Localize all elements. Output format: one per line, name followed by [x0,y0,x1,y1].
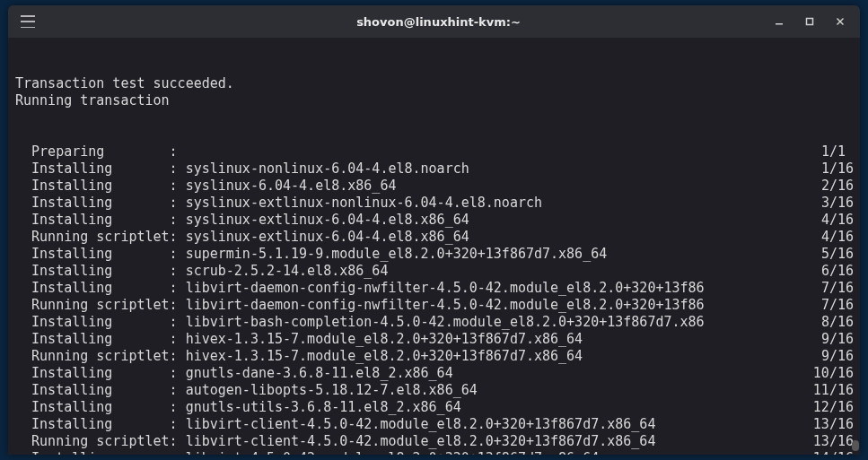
close-icon [836,17,845,26]
terminal-line: Installing : libvirt-client-4.5.0-42.mod… [15,416,854,433]
line-action-package: Running scriptlet: libvirt-daemon-config… [15,297,705,314]
line-progress-counter: 11/16 [813,382,854,399]
line-progress-counter: 1/16 [821,161,854,178]
titlebar-left [13,15,112,28]
line-progress-counter: 14/16 [813,450,854,455]
terminal-line: Running transaction [15,92,853,109]
maximize-button[interactable] [795,9,824,34]
window-title: shovon@linuxhint-kvm:~ [112,15,765,29]
line-action-package: Installing : syslinux-nonlinux-6.04-4.el… [15,161,469,178]
line-action-package: Installing : hivex-1.3.15-7.module_el8.2… [15,331,583,348]
terminal-line: Installing : libvirt-bash-completion-4.5… [15,314,854,331]
terminal-line: Preparing :1/1 [15,143,854,161]
line-action-package: Installing : gnutls-utils-3.6.8-11.el8_2… [15,399,461,416]
line-action-package: Running scriptlet: hivex-1.3.15-7.module… [15,348,583,365]
window-controls [765,9,855,34]
terminal-line: Running scriptlet: hivex-1.3.15-7.module… [15,348,854,365]
titlebar: shovon@linuxhint-kvm:~ [8,5,860,38]
line-progress-counter: 7/16 [821,297,854,314]
line-action-package: Installing : autogen-libopts-5.18.12-7.e… [15,382,478,399]
line-progress-counter: 4/16 [821,229,854,246]
terminal-line: Installing : libvirt-daemon-config-nwfil… [15,280,854,297]
terminal-line: Installing : scrub-2.5.2-14.el8.x86_646/… [15,263,854,280]
line-action-package: Installing : scrub-2.5.2-14.el8.x86_64 [15,263,388,280]
terminal-line: Installing : syslinux-nonlinux-6.04-4.el… [15,161,854,178]
line-action-package: Running scriptlet: syslinux-extlinux-6.0… [15,229,469,246]
hamburger-menu-icon[interactable] [21,15,39,28]
line-action-package: Running scriptlet: libvirt-client-4.5.0-… [15,433,655,450]
minimize-icon [775,17,784,26]
svg-rect-0 [776,23,783,25]
terminal-line: Transaction test succeeded. [15,75,853,92]
line-action-package: Installing : libvirt-bash-completion-4.5… [15,314,705,331]
terminal-window: shovon@linuxhint-kvm:~ Transaction test [8,5,860,455]
terminal-output[interactable]: Transaction test succeeded.Running trans… [8,38,860,455]
terminal-line: Installing : syslinux-6.04-4.el8.x86_642… [15,178,854,195]
line-progress-counter: 7/16 [821,280,854,297]
terminal-line: Installing : supermin-5.1.19-9.module_el… [15,246,854,263]
terminal-line: Installing : libvirt-4.5.0-42.module_el8… [15,450,854,455]
maximize-icon [805,17,814,26]
line-progress-counter: 3/16 [821,195,854,212]
line-action-package: Installing : libvirt-client-4.5.0-42.mod… [15,416,655,433]
terminal-line: Installing : gnutls-utils-3.6.8-11.el8_2… [15,399,854,416]
scrollbar-thumb[interactable] [852,440,859,451]
line-progress-counter: 1/1 [821,143,854,161]
terminal-line: Installing : gnutls-dane-3.6.8-11.el8_2.… [15,365,854,382]
line-action-package: Installing : syslinux-extlinux-6.04-4.el… [15,212,469,229]
terminal-line: Installing : syslinux-extlinux-nonlinux-… [15,195,854,212]
line-progress-counter: 13/16 [813,433,854,450]
line-action-package: Installing : supermin-5.1.19-9.module_el… [15,246,607,263]
line-action-package: Installing : libvirt-4.5.0-42.module_el8… [15,450,599,455]
line-progress-counter: 9/16 [821,348,854,365]
line-action-package: Installing : syslinux-6.04-4.el8.x86_64 [15,178,396,195]
line-progress-counter: 5/16 [821,246,854,263]
line-action-package: Installing : libvirt-daemon-config-nwfil… [15,280,705,297]
terminal-line: Installing : hivex-1.3.15-7.module_el8.2… [15,331,854,348]
line-progress-counter: 6/16 [821,263,854,280]
svg-rect-1 [807,19,813,25]
terminal-line: Running scriptlet: libvirt-daemon-config… [15,297,854,314]
line-progress-counter: 8/16 [821,314,854,331]
line-progress-counter: 9/16 [821,331,854,348]
line-progress-counter: 12/16 [813,399,854,416]
line-progress-counter: 4/16 [821,212,854,229]
minimize-button[interactable] [765,9,793,34]
terminal-line: Installing : autogen-libopts-5.18.12-7.e… [15,382,854,399]
line-action-package: Preparing : [15,143,178,161]
terminal-line: Running scriptlet: libvirt-client-4.5.0-… [15,433,854,450]
line-action-package: Installing : gnutls-dane-3.6.8-11.el8_2.… [15,365,453,382]
line-action-package: Installing : syslinux-extlinux-nonlinux-… [15,195,542,212]
terminal-line: Installing : syslinux-extlinux-6.04-4.el… [15,212,854,229]
line-progress-counter: 13/16 [813,416,854,433]
close-button[interactable] [826,9,855,34]
line-progress-counter: 2/16 [821,178,854,195]
terminal-line: Running scriptlet: syslinux-extlinux-6.0… [15,229,854,246]
line-progress-counter: 10/16 [813,365,854,382]
